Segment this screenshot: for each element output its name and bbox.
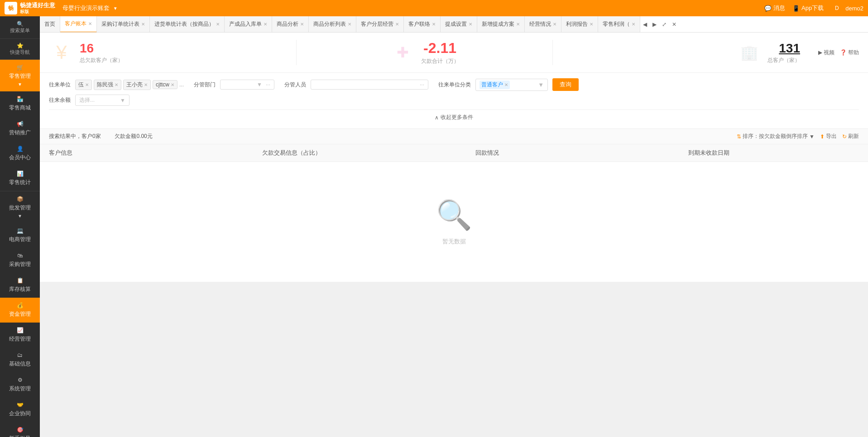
tab-close-retail-profit[interactable]: ✕ xyxy=(632,22,635,27)
sidebar-item-retail-stats[interactable]: 📊 零售统计 xyxy=(0,166,40,191)
query-button[interactable]: 查询 xyxy=(552,78,579,91)
tab-close-production[interactable]: ✕ xyxy=(264,22,267,27)
export-icon: ⬆ xyxy=(820,133,825,140)
sidebar-item-member[interactable]: 👤 会员中心 xyxy=(0,141,40,166)
sidebar-item-retail-mall[interactable]: 🏪 零售商城 xyxy=(0,91,40,116)
tab-retail-profit[interactable]: 零售利润（ ✕ xyxy=(598,16,640,33)
tab-label-retail-profit: 零售利润（ xyxy=(603,20,630,28)
tab-product-list[interactable]: 商品分析列表 ✕ xyxy=(309,16,356,33)
dropdown-dept-arrow: ▼ xyxy=(257,81,262,88)
tab-customer-tier[interactable]: 客户分层经营 ✕ xyxy=(356,16,404,33)
sidebar-item-inventory[interactable]: 📋 库存核算 xyxy=(0,273,40,298)
tab-close-product-analysis[interactable]: ✕ xyxy=(300,22,304,27)
filter-input-person[interactable]: ··· xyxy=(311,80,428,90)
sidebar-item-beginner-guide[interactable]: 🎯 新手引导 xyxy=(0,422,40,437)
refresh-button[interactable]: ↻ 刷新 xyxy=(842,133,859,140)
tab-commission-settings[interactable]: 提成设置 ✕ xyxy=(441,16,477,33)
tab-close-customer-contact[interactable]: ✕ xyxy=(432,22,436,27)
stat-value-debt: -2.11 xyxy=(421,40,459,57)
stat-icon-debt: ✚ xyxy=(390,40,416,65)
tab-new-commission[interactable]: 新增提成方案 ✕ xyxy=(477,16,525,33)
stat-value-customers: 16 xyxy=(80,41,123,56)
sidebar-item-wholesale-mgmt[interactable]: 📦 批发管理 ▼ xyxy=(0,191,40,223)
result-actions: ⇅ 排序：按欠款金额倒序排序 ▼ ⬆ 导出 ↻ 刷新 xyxy=(737,133,859,140)
tab-close-inbound-stats[interactable]: ✕ xyxy=(216,22,220,27)
sidebar-item-sys-mgmt[interactable]: ⚙ 系统管理 xyxy=(0,372,40,397)
tab-customer-contact[interactable]: 客户联络 ✕ xyxy=(404,16,441,33)
finance-icon: 💰 xyxy=(17,302,24,309)
help-btn[interactable]: ❓ 帮助 xyxy=(840,49,859,57)
tab-maximize[interactable]: ⤢ xyxy=(659,21,669,28)
tag-close-wang[interactable]: ✕ xyxy=(144,82,148,87)
tab-label-customer-contact: 客户联络 xyxy=(408,20,430,28)
ecommerce-icon: 💻 xyxy=(17,228,24,234)
retail-mall-icon: 🏪 xyxy=(17,96,24,102)
sidebar-label-retail-mall: 零售商城 xyxy=(9,104,31,112)
tab-production[interactable]: 产成品入库单 ✕ xyxy=(225,16,272,33)
tab-home[interactable]: 首页 xyxy=(40,16,60,33)
tab-nav-prev[interactable]: ◀ xyxy=(640,21,650,28)
tag-close-chen[interactable]: ✕ xyxy=(115,82,118,87)
table-header: 客户信息 欠款交易信息（占比） 回款情况 到期未收款日期 xyxy=(40,144,868,162)
download-icon: 📱 xyxy=(792,5,800,12)
tab-nav-next[interactable]: ▶ xyxy=(650,21,659,28)
result-bar: 搜索结果中，客户0家 欠款金额0.00元 ⇅ 排序：按欠款金额倒序排序 ▼ ⬆ … xyxy=(40,129,868,144)
sidebar-item-ecommerce[interactable]: 💻 电商管理 xyxy=(0,223,40,248)
video-btn[interactable]: ▶ 视频 xyxy=(818,49,834,57)
tab-product-analysis[interactable]: 商品分析 ✕ xyxy=(272,16,309,33)
tab-close-commission-settings[interactable]: ✕ xyxy=(469,22,472,27)
tag-close-wu[interactable]: ✕ xyxy=(85,82,89,87)
tab-biz-situation[interactable]: 经营情况 ✕ xyxy=(525,16,561,33)
star-icon: ⭐ xyxy=(2,43,38,49)
sidebar-item-basic-info[interactable]: 🗂 基础信息 xyxy=(0,347,40,372)
filter-dropdown-dept[interactable]: ▼ ··· xyxy=(220,80,274,90)
filter-select-balance[interactable]: 选择... ▼ xyxy=(75,95,129,106)
filter-more-tags[interactable]: ... xyxy=(179,81,184,88)
tab-purchase-stats[interactable]: 采购订单统计表 ✕ xyxy=(97,16,150,33)
sidebar-item-retail-mgmt[interactable]: 🛒 零售管理 ▼ xyxy=(0,60,40,91)
inventory-icon: 📋 xyxy=(17,277,24,284)
sidebar-item-quicknav[interactable]: ⭐ 快捷导航 xyxy=(0,39,40,60)
play-icon: ▶ xyxy=(818,49,822,56)
tab-profit-report[interactable]: 利润报告 ✕ xyxy=(561,16,598,33)
tab-close-all[interactable]: ✕ xyxy=(669,21,679,28)
tag-close-cjttcw[interactable]: ✕ xyxy=(171,82,174,87)
tab-label-customer-tier: 客户分层经营 xyxy=(361,20,393,28)
tab-close-customer-tier[interactable]: ✕ xyxy=(395,22,399,27)
collapse-filter-btn[interactable]: ∧ 收起更多条件 xyxy=(49,112,859,123)
tab-close-customer-ledger[interactable]: ✕ xyxy=(88,21,92,26)
tab-inbound-stats[interactable]: 进货单统计表（按商品） ✕ xyxy=(150,16,225,33)
sidebar-label-marketing: 营销推广 xyxy=(9,129,31,137)
filter-unit-class[interactable]: 普通客户 ✕ ▼ xyxy=(475,79,548,91)
sort-button[interactable]: ⇅ 排序：按欠款金额倒序排序 ▼ xyxy=(737,133,815,140)
retail-mgmt-icon: 🛒 xyxy=(17,64,24,71)
sidebar-item-finance[interactable]: 💰 资金管理 xyxy=(0,298,40,323)
tab-close-biz-situation[interactable]: ✕ xyxy=(553,22,556,27)
export-button[interactable]: ⬆ 导出 xyxy=(820,133,837,140)
sidebar-item-operation[interactable]: 📈 经营管理 xyxy=(0,323,40,347)
tab-label-inbound-stats: 进货单统计表（按商品） xyxy=(154,20,214,28)
tab-close-product-list[interactable]: ✕ xyxy=(348,22,351,27)
tab-bar: 首页 客户账本 ✕ 采购订单统计表 ✕ 进货单统计表（按商品） ✕ 产成品入库单… xyxy=(40,16,868,33)
result-info: 搜索结果中，客户0家 欠款金额0.00元 xyxy=(49,133,153,140)
tab-close-new-commission[interactable]: ✕ xyxy=(516,22,520,27)
app-download-btn[interactable]: 📱 App下载 xyxy=(792,4,824,12)
sort-arrow-icon: ▼ xyxy=(809,133,815,140)
tab-close-profit-report[interactable]: ✕ xyxy=(590,22,593,27)
app-sub: 标版 xyxy=(20,9,55,14)
tab-customer-ledger[interactable]: 客户账本 ✕ xyxy=(60,16,97,33)
sidebar-item-search[interactable]: 🔍 搜索菜单 xyxy=(0,16,40,39)
stat-text-total: 131 总客户（家） xyxy=(767,41,800,64)
sidebar-item-enterprise-collab[interactable]: 🤝 企业协同 xyxy=(0,397,40,422)
stat-actions: ▶ 视频 ❓ 帮助 xyxy=(818,49,859,57)
dropdown-balance-arrow: ▼ xyxy=(120,97,125,104)
filter-row-2: 往来余额 选择... ▼ xyxy=(49,95,859,106)
industry-selector[interactable]: 母婴行业演示账套 ▼ xyxy=(62,4,118,12)
user-area[interactable]: D demo2 xyxy=(831,2,863,14)
sidebar-item-purchase[interactable]: 🛍 采购管理 xyxy=(0,248,40,273)
tab-close-purchase-stats[interactable]: ✕ xyxy=(141,22,145,27)
tag-close-normal-customer[interactable]: ✕ xyxy=(504,82,508,87)
search-icon: 🔍 xyxy=(4,21,36,27)
message-btn[interactable]: 💬 消息 xyxy=(764,4,785,12)
sidebar-item-marketing[interactable]: 📢 营销推广 xyxy=(0,116,40,141)
